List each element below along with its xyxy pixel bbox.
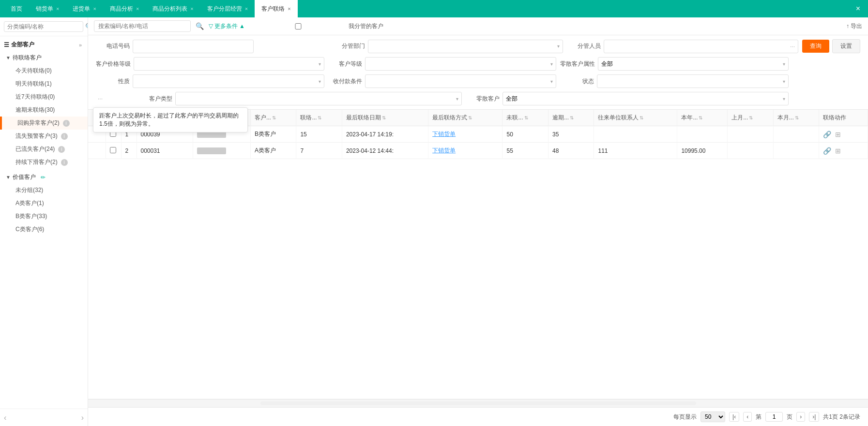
- cell-last-month: [728, 143, 774, 159]
- dept-select[interactable]: ▾: [368, 40, 563, 53]
- cell-last-contact-method[interactable]: 下销货单: [428, 143, 503, 159]
- settings-button[interactable]: 设置: [832, 39, 860, 53]
- nav-customer-contact[interactable]: 客户联络 ×: [255, 0, 297, 17]
- cell-settings: [88, 143, 106, 159]
- sidebar-collapse-btn[interactable]: »: [79, 42, 82, 48]
- next-page-button[interactable]: ›: [796, 412, 805, 422]
- close-product-analysis-icon[interactable]: ×: [136, 6, 139, 12]
- col-last-month[interactable]: 上月... ⇅: [728, 110, 774, 126]
- link-action-icon[interactable]: 🔗: [823, 147, 831, 155]
- sidebar-next-icon[interactable]: ›: [81, 413, 84, 422]
- sidebar-item-overdue-contact[interactable]: 逾期未联络(30): [0, 103, 88, 117]
- close-sales-order-icon[interactable]: ×: [56, 6, 59, 12]
- last-page-button[interactable]: ›|: [809, 412, 819, 422]
- customer-type-select[interactable]: ▾: [175, 92, 462, 105]
- churn-warning-info-icon[interactable]: i: [61, 133, 68, 140]
- window-close-button[interactable]: ×: [852, 4, 864, 13]
- cell-overdue: 35: [548, 126, 594, 143]
- scatter-customer-select[interactable]: 全部 ▾: [503, 92, 789, 105]
- nav-customer-segmentation[interactable]: 客户分层经营 ×: [200, 0, 255, 17]
- nav-sales-order[interactable]: 销货单 ×: [29, 0, 66, 17]
- sidebar-item-today-pending[interactable]: 今天待联络(0): [0, 64, 88, 77]
- repurchase-info-icon[interactable]: i: [63, 120, 70, 127]
- scatter-attr-select[interactable]: 全部 ▾: [598, 57, 789, 71]
- sidebar-item-a-class[interactable]: A类客户(1): [0, 197, 88, 210]
- declining-info-icon[interactable]: i: [61, 159, 68, 166]
- sidebar: 🔍 ☰ 全部客户 » ▼ 待联络客户 今天待联络(0) 明天待联络(1) 近7天…: [0, 17, 88, 426]
- sidebar-pending-contact-section[interactable]: ▼ 待联络客户: [0, 51, 88, 64]
- phone-input[interactable]: [133, 40, 254, 53]
- link-action-icon[interactable]: 🔗: [823, 131, 831, 138]
- collapse-icon: ☰: [4, 42, 9, 48]
- sidebar-item-7days-pending[interactable]: 近7天待联络(0): [0, 90, 88, 103]
- sidebar-item-repurchase-anomaly[interactable]: 回购异常客户(2) i: [0, 117, 88, 130]
- sidebar-item-churn-warning[interactable]: 流失预警客户(3) i: [0, 130, 88, 143]
- sidebar-value-customers-section[interactable]: ▼ 价值客户 ✏: [0, 171, 88, 184]
- col-category[interactable]: 客户... ⇅: [250, 110, 296, 126]
- col-unreached[interactable]: 未联... ⇅: [503, 110, 548, 126]
- search-input[interactable]: [94, 20, 191, 32]
- col-last-contact-method[interactable]: 最后联络方式 ⇅: [428, 110, 503, 126]
- active-indicator: [0, 117, 2, 130]
- overdue-sort-icon: ⇅: [570, 115, 574, 120]
- grid-action-icon[interactable]: ⊞: [835, 131, 841, 138]
- col-last-contact-date[interactable]: 最后联络日期 ⇅: [342, 110, 428, 126]
- close-customer-contact-icon[interactable]: ×: [288, 6, 290, 12]
- close-purchase-order-icon[interactable]: ×: [93, 6, 96, 12]
- sidebar-item-declining[interactable]: 持续下滑客户(2) i: [0, 156, 88, 169]
- page-size-select[interactable]: 50 100 200: [700, 411, 725, 422]
- nav-purchase-order[interactable]: 进货单 ×: [66, 0, 103, 17]
- my-customers-checkbox[interactable]: [250, 23, 347, 29]
- cell-contact: 7: [296, 143, 342, 159]
- row-checkbox[interactable]: [110, 147, 116, 153]
- close-product-analysis-list-icon[interactable]: ×: [190, 6, 193, 12]
- customer-level-select[interactable]: ▾: [365, 57, 557, 71]
- col-contact[interactable]: 联络... ⇅: [296, 110, 342, 126]
- col-this-year[interactable]: 本年... ⇅: [677, 110, 728, 126]
- sidebar-item-b-class[interactable]: B类客户(33): [0, 210, 88, 223]
- sidebar-prev-icon[interactable]: ‹: [4, 413, 6, 422]
- export-icon: ↑: [846, 23, 849, 29]
- edit-icon[interactable]: ✏: [41, 174, 46, 181]
- status-chevron-icon: ▾: [783, 79, 785, 84]
- sidebar-item-c-class[interactable]: C类客户(6): [0, 223, 88, 236]
- payment-chevron-icon: ▾: [550, 79, 553, 84]
- category-search-input[interactable]: [4, 21, 83, 32]
- sidebar-item-ungrouped[interactable]: 未分组(32): [0, 184, 88, 197]
- churned-info-icon[interactable]: i: [58, 146, 65, 153]
- nav-home[interactable]: 首页: [4, 0, 29, 17]
- scatter-attr-label: 零散客户属性: [560, 60, 595, 68]
- cat-sort-icon: ⇅: [272, 115, 276, 120]
- price-level-select[interactable]: ▾: [134, 57, 324, 71]
- manager-select[interactable]: ···: [604, 40, 798, 53]
- sidebar-item-churned[interactable]: 已流失客户(24) i: [0, 143, 88, 156]
- nav-product-analysis[interactable]: 商品分析 ×: [103, 0, 146, 17]
- sidebar-all-customers[interactable]: ☰ 全部客户 »: [0, 38, 88, 51]
- phone-field: 电话号码: [96, 40, 327, 53]
- export-button[interactable]: ↑ 导出: [846, 22, 862, 30]
- cell-checkbox[interactable]: [106, 143, 121, 159]
- nature-select[interactable]: ▾: [133, 74, 324, 88]
- nav-product-analysis-list[interactable]: 商品分析列表 ×: [146, 0, 200, 17]
- horizontal-scrollbar[interactable]: [88, 399, 868, 407]
- col-overdue[interactable]: 逾期... ⇅: [548, 110, 594, 126]
- grid-action-icon[interactable]: ⊞: [835, 147, 841, 155]
- more-dots[interactable]: ···: [96, 95, 105, 102]
- more-filters-button[interactable]: ▽ 更多条件 ▲: [209, 22, 245, 30]
- price-level-chevron-icon: ▾: [319, 61, 321, 67]
- cell-last-contact-method[interactable]: 下销货单: [428, 126, 503, 143]
- my-customers-checkbox-label[interactable]: 我分管的客户: [250, 22, 383, 30]
- customer-type-chevron-icon: ▾: [456, 96, 458, 102]
- first-page-button[interactable]: |‹: [729, 412, 739, 422]
- search-button[interactable]: 🔍: [196, 22, 204, 30]
- query-button[interactable]: 查询: [802, 40, 829, 53]
- sidebar-item-tomorrow-pending[interactable]: 明天待联络(1): [0, 77, 88, 90]
- close-customer-segmentation-icon[interactable]: ×: [245, 6, 248, 12]
- status-select[interactable]: ▾: [597, 74, 789, 88]
- prev-page-button[interactable]: ‹: [743, 412, 752, 422]
- payment-select[interactable]: ▾: [365, 74, 557, 88]
- col-this-month[interactable]: 本月... ⇅: [773, 110, 819, 126]
- scatter-customer-chevron-icon: ▾: [783, 96, 785, 102]
- col-unit-contacts[interactable]: 往来单位联系人 ⇅: [594, 110, 677, 126]
- page-number-input[interactable]: [765, 412, 783, 422]
